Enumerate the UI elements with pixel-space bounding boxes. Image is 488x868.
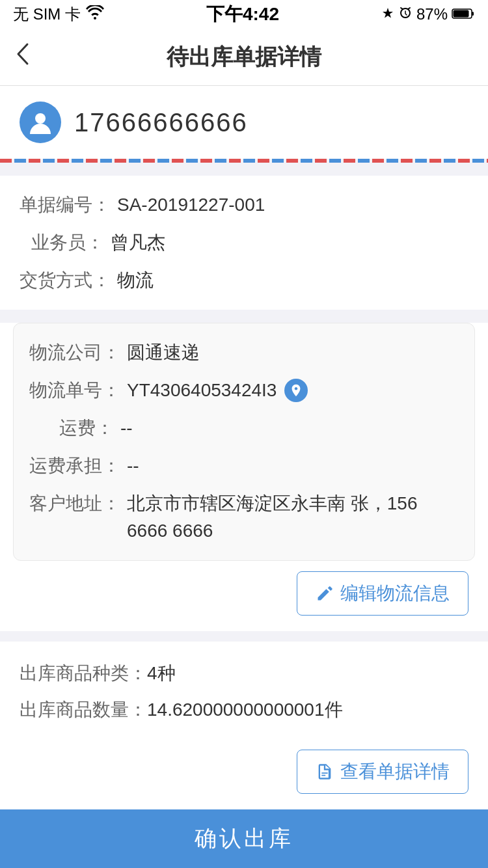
alarm-status-icon	[398, 5, 413, 23]
address-value: 北京市市辖区海淀区永丰南 张，156 6666 6666	[127, 490, 459, 545]
product-types-value: 4种	[147, 661, 176, 686]
logistics-company-label: 物流公司：	[29, 339, 127, 366]
doc-number-value: SA-20191227-001	[117, 191, 468, 219]
status-left: 无 SIM 卡	[13, 4, 104, 25]
tracking-location-icon[interactable]	[284, 379, 308, 402]
doc-info-section: 单据编号： SA-20191227-001 业务员： 曾凡杰 交货方式： 物流	[0, 176, 488, 310]
user-header: 17666666666	[0, 86, 488, 159]
wifi-icon	[86, 5, 104, 23]
logistics-card: 物流公司： 圆通速递 物流单号： YT43064053424I3 运费： --	[13, 323, 475, 561]
avatar	[20, 102, 61, 143]
product-qty-row: 出库商品数量： 14.620000000000001件	[20, 698, 468, 722]
nav-bar: 待出库单据详情	[0, 29, 488, 86]
product-qty-label: 出库商品数量：	[20, 698, 147, 722]
doc-number-label: 单据编号：	[20, 191, 117, 219]
freight-bearer-value: --	[127, 452, 459, 480]
view-btn-container: 查看单据详情	[0, 744, 488, 813]
view-details-button[interactable]: 查看单据详情	[297, 750, 468, 794]
address-label: 客户地址：	[29, 490, 127, 517]
svg-rect-3	[453, 10, 468, 18]
confirm-btn-container[interactable]: 确认出库	[0, 809, 488, 868]
status-bar: 无 SIM 卡 下午4:42 87%	[0, 0, 488, 29]
battery-label: 87%	[416, 5, 448, 23]
document-icon	[316, 763, 334, 781]
location-status-icon	[381, 5, 394, 23]
svg-rect-2	[472, 12, 474, 16]
delivery-method-value: 物流	[117, 267, 468, 294]
logistics-tracking-value: YT43064053424I3	[127, 377, 459, 404]
section-divider	[0, 631, 488, 642]
freight-label: 运费：	[29, 414, 120, 442]
carrier-label: 无 SIM 卡	[13, 4, 81, 25]
svg-point-4	[35, 113, 46, 124]
confirm-button-label: 确认出库	[195, 824, 293, 854]
salesman-row: 业务员： 曾凡杰	[20, 229, 468, 256]
edit-icon	[316, 584, 334, 603]
freight-bearer-row: 运费承担： --	[29, 452, 459, 480]
logistics-tracking-label: 物流单号：	[29, 377, 127, 404]
summary-section: 出库商品种类： 4种 出库商品数量： 14.620000000000001件	[0, 642, 488, 744]
doc-number-row: 单据编号： SA-20191227-001	[20, 191, 468, 219]
status-time: 下午4:42	[206, 2, 279, 27]
logistics-tracking-row: 物流单号： YT43064053424I3	[29, 377, 459, 404]
freight-bearer-label: 运费承担：	[29, 452, 127, 480]
product-qty-value: 14.620000000000001件	[147, 698, 343, 722]
edit-btn-container: 编辑物流信息	[0, 561, 488, 631]
user-phone: 17666666666	[74, 108, 248, 137]
product-types-label: 出库商品种类：	[20, 661, 147, 686]
address-row: 客户地址： 北京市市辖区海淀区永丰南 张，156 6666 6666	[29, 490, 459, 545]
logistics-company-value: 圆通速递	[127, 339, 459, 366]
back-button[interactable]	[16, 42, 30, 72]
product-types-row: 出库商品种类： 4种	[20, 661, 468, 686]
freight-value: --	[120, 414, 459, 442]
delivery-method-label: 交货方式：	[20, 267, 117, 294]
delivery-method-row: 交货方式： 物流	[20, 267, 468, 294]
dashed-divider	[0, 159, 488, 163]
battery-icon	[452, 5, 475, 23]
logistics-company-row: 物流公司： 圆通速递	[29, 339, 459, 366]
salesman-label: 业务员：	[20, 229, 111, 256]
edit-logistics-button[interactable]: 编辑物流信息	[297, 571, 468, 616]
freight-row: 运费： --	[29, 414, 459, 442]
salesman-value: 曾凡杰	[111, 229, 468, 256]
status-right: 87%	[381, 5, 475, 23]
page-title: 待出库单据详情	[167, 42, 321, 72]
